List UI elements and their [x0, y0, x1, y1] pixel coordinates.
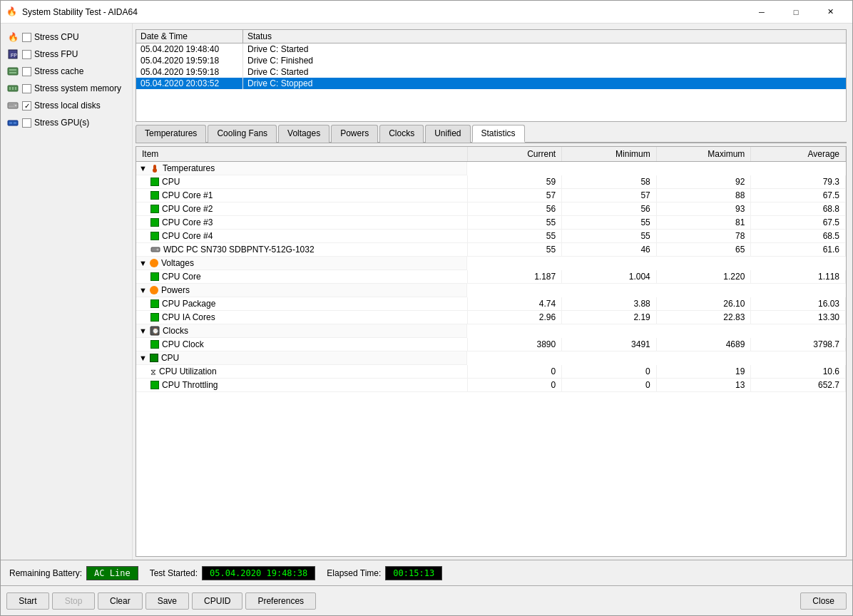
table-row: ⧖CPU Utilization 0 0 19 10.6 — [136, 365, 846, 379]
minimize-button[interactable]: ─ — [745, 1, 778, 24]
log-row[interactable]: 05.04.2020 19:59:18 Drive C: Started — [136, 66, 846, 78]
table-row: CPU Core #3 55 55 81 67.5 — [136, 216, 846, 230]
elapsed-time-status: Elapsed Time: 00:15:13 — [327, 566, 442, 580]
log-row[interactable]: 05.04.2020 19:48:40 Drive C: Started — [136, 43, 846, 55]
group-cpu-label: CPU — [161, 353, 179, 363]
table-row: CPU Clock 3890 3491 4689 3798.7 — [136, 338, 846, 351]
window-title: System Stability Test - AIDA64 — [22, 7, 745, 17]
col-header-item: Item — [136, 147, 467, 162]
table-row: CPU Package 4.74 3.88 26.10 16.03 — [136, 297, 846, 311]
core3-icon — [150, 218, 159, 227]
stress-cpu-checkbox[interactable] — [22, 33, 31, 42]
stress-cache-checkbox[interactable] — [22, 67, 31, 76]
core2-icon — [150, 205, 159, 213]
stress-cpu-icon: 🔥 — [6, 31, 19, 43]
svg-rect-2 — [8, 68, 18, 75]
tab-statistics[interactable]: Statistics — [472, 125, 525, 143]
window-controls: ─ □ ✕ — [745, 1, 847, 24]
log-status: Drive C: Started — [243, 43, 846, 55]
tab-cooling-fans[interactable]: Cooling Fans — [208, 125, 277, 143]
log-row-selected[interactable]: 05.04.2020 20:03:52 Drive C: Stopped — [136, 78, 846, 89]
group-voltages: ▼ Voltages — [136, 257, 846, 271]
start-button[interactable]: Start — [6, 592, 49, 610]
tab-temperatures[interactable]: Temperatures — [136, 125, 206, 143]
battery-value: AC Line — [86, 566, 138, 580]
cpu-temp-avg: 79.3 — [751, 175, 846, 189]
svg-text:FP: FP — [11, 53, 17, 58]
tab-powers[interactable]: Powers — [331, 125, 378, 143]
table-row: CPU 59 58 92 79.3 — [136, 175, 846, 189]
table-row: WDC PC SN730 SDBPNTY-512G-1032 55 46 65 … — [136, 243, 846, 257]
elapsed-label: Elapsed Time: — [327, 568, 381, 578]
preferences-button[interactable]: Preferences — [245, 592, 316, 610]
stress-system-memory-item[interactable]: Stress system memory — [4, 81, 129, 96]
group-clocks-label: Clocks — [163, 326, 188, 336]
cpu-temp-current: 59 — [467, 175, 562, 189]
statistics-table-container[interactable]: Item Current Minimum Maximum Average ▼ — [136, 146, 847, 557]
stress-gpu-item[interactable]: Stress GPU(s) — [4, 115, 129, 130]
stress-cpu-label: Stress CPU — [34, 32, 79, 42]
col-header-maximum: Maximum — [656, 147, 751, 162]
table-row: CPU Throttling 0 0 13 652.7 — [136, 379, 846, 392]
close-button[interactable]: Close — [800, 592, 847, 610]
col-header-minimum: Minimum — [562, 147, 657, 162]
main-window: 🔥 System Stability Test - AIDA64 ─ □ ✕ 🔥… — [0, 0, 853, 616]
tab-clocks[interactable]: Clocks — [379, 125, 424, 143]
stress-fpu-checkbox[interactable] — [22, 50, 31, 59]
test-started-value: 05.04.2020 19:48:38 — [202, 566, 315, 580]
stress-gpu-checkbox[interactable] — [22, 118, 31, 128]
close-window-button[interactable]: ✕ — [814, 1, 847, 24]
stop-button[interactable]: Stop — [52, 592, 95, 610]
table-row: CPU Core #4 55 55 78 68.5 — [136, 230, 846, 243]
table-row: CPU IA Cores 2.96 2.19 22.83 13.30 — [136, 311, 846, 324]
stress-fpu-icon: FP — [6, 48, 19, 61]
cpuid-button[interactable]: CPUID — [192, 592, 242, 610]
save-button[interactable]: Save — [145, 592, 189, 610]
cpu-temp-icon — [150, 178, 159, 186]
clock-icon: ⌚ — [150, 326, 160, 336]
stress-cache-label: Stress cache — [34, 66, 83, 76]
power-icon — [150, 286, 158, 294]
stress-disk-checkbox[interactable] — [22, 101, 31, 111]
stress-memory-checkbox[interactable] — [22, 84, 31, 93]
statusbar: Remaining Battery: AC Line Test Started:… — [1, 560, 852, 585]
log-datetime: 05.04.2020 19:48:40 — [136, 43, 243, 55]
group-voltages-label: Voltages — [161, 258, 194, 268]
app-icon: 🔥 — [6, 6, 18, 18]
clear-button[interactable]: Clear — [98, 592, 143, 610]
col-header-average: Average — [751, 147, 846, 162]
stress-cpu-item[interactable]: 🔥 Stress CPU — [4, 29, 129, 45]
toolbar: Start Stop Clear Save CPUID Preferences … — [1, 585, 852, 615]
svg-point-18 — [157, 249, 159, 251]
elapsed-value: 00:15:13 — [385, 566, 442, 580]
tab-voltages[interactable]: Voltages — [278, 125, 330, 143]
group-temperatures: ▼ Temperatures — [136, 162, 846, 176]
svg-rect-8 — [15, 87, 16, 90]
group-expand-voltages: ▼ — [139, 259, 147, 267]
log-row[interactable]: 05.04.2020 19:59:18 Drive C: Finished — [136, 55, 846, 66]
group-powers: ▼ Powers — [136, 284, 846, 298]
stress-gpu-label: Stress GPU(s) — [34, 118, 89, 128]
tab-unified[interactable]: Unified — [425, 125, 470, 143]
stress-disk-icon — [6, 99, 19, 112]
stress-local-disks-item[interactable]: Stress local disks — [4, 98, 129, 113]
pkg-power-icon — [150, 299, 159, 308]
group-expand-cpu: ▼ — [139, 354, 147, 362]
core4-icon — [150, 232, 159, 240]
group-temperatures-label: Temperatures — [163, 163, 215, 173]
svg-rect-13 — [9, 122, 12, 124]
table-row: CPU Core #2 56 56 93 68.8 — [136, 202, 846, 216]
stress-disk-label: Stress local disks — [34, 101, 101, 111]
stress-fpu-item[interactable]: FP Stress FPU — [4, 46, 129, 62]
volt-icon — [150, 259, 158, 267]
stress-cache-icon — [6, 65, 19, 78]
right-panel: Date & Time Status 05.04.2020 19:48:40 D… — [133, 24, 852, 560]
stress-memory-icon — [6, 82, 19, 95]
stress-gpu-icon — [6, 116, 19, 129]
log-area[interactable]: Date & Time Status 05.04.2020 19:48:40 D… — [136, 29, 847, 122]
battery-status: Remaining Battery: AC Line — [9, 566, 138, 580]
maximize-button[interactable]: □ — [780, 1, 812, 24]
svg-rect-7 — [12, 87, 14, 90]
battery-label: Remaining Battery: — [9, 568, 82, 578]
stress-cache-item[interactable]: Stress cache — [4, 63, 129, 79]
